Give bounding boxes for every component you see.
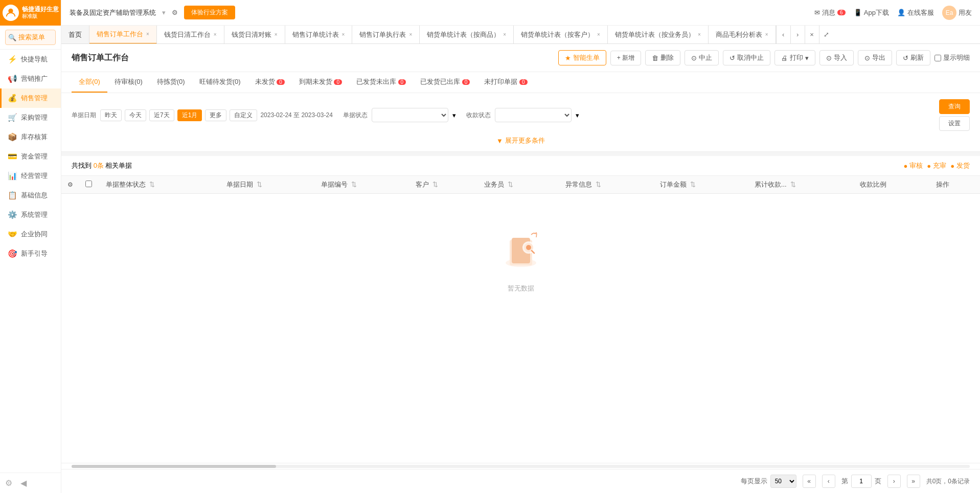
tab-sales-stats[interactable]: 销售订单统计表 × (285, 26, 353, 44)
message-icon: ✉ (814, 9, 820, 16)
tab-summary-customer-close[interactable]: × (597, 32, 600, 37)
staff-sort-icon[interactable]: ⇅ (508, 181, 513, 188)
query-button[interactable]: 查询 (939, 99, 970, 114)
subtab-pending-review[interactable]: 待审核(0) (107, 72, 150, 93)
select-all-checkbox[interactable] (85, 181, 92, 187)
per-page-select[interactable]: 10 20 50 100 (770, 475, 796, 488)
tab-summary-product[interactable]: 销货单统计表（按商品） × (420, 26, 514, 44)
first-page-btn[interactable]: « (803, 475, 816, 488)
sidebar-item-quick-nav[interactable]: ⚡ 快捷导航 (0, 50, 61, 69)
tab-scroll-prev[interactable]: ‹ (776, 26, 790, 44)
date-last1month-btn[interactable]: 近1月 (177, 109, 202, 121)
horizontal-scrollbar[interactable] (61, 463, 980, 469)
tab-sales-exec-close[interactable]: × (409, 32, 412, 37)
sidebar-item-sales[interactable]: 💰 销售管理 (0, 88, 61, 108)
tab-cash-daily-close[interactable]: × (214, 32, 217, 37)
received-sort-icon[interactable]: ⇅ (790, 181, 796, 188)
basic-info-icon: 📋 (8, 191, 17, 200)
subtab-wangpu[interactable]: 旺铺待发货(0) (192, 72, 248, 93)
delete-button[interactable]: 🗑 删除 (645, 50, 680, 65)
show-detail-label[interactable]: 显示明细 (935, 53, 970, 62)
tab-home[interactable]: 首页 (61, 26, 89, 44)
payment-filter-select[interactable] (495, 108, 572, 122)
status-sort-icon[interactable]: ⇅ (149, 181, 155, 188)
subtab-all[interactable]: 全部(0) (72, 72, 107, 93)
tab-cash-reconcile[interactable]: 钱货日清对账 × (224, 26, 285, 44)
subtab-overdue-not-shipped[interactable]: 到期未发货 0 (292, 72, 349, 93)
tab-summary-customer[interactable]: 销货单统计表（按客户） × (514, 26, 608, 44)
sidebar-settings-icon[interactable]: ⚙ (5, 478, 12, 488)
sidebar-item-enterprise[interactable]: 🤝 企业协同 (0, 225, 61, 244)
date-last7-btn[interactable]: 近7天 (149, 109, 174, 121)
sidebar-collapse-icon[interactable]: ◀ (20, 478, 27, 488)
sidebar-item-system[interactable]: ⚙️ 系统管理 (0, 205, 61, 225)
sidebar-item-basic-info[interactable]: 📋 基础信息 (0, 186, 61, 205)
stop-button[interactable]: ⊙ 中止 (685, 50, 719, 65)
tab-scroll-next[interactable]: › (790, 26, 805, 44)
export-button[interactable]: ⊙ 导出 (858, 50, 892, 65)
ship-action-btn[interactable]: ● 发货 (950, 161, 970, 170)
tab-cash-daily[interactable]: 钱货日清工作台 × (157, 26, 224, 44)
sidebar-item-finance[interactable]: 💳 资金管理 (0, 147, 61, 166)
sidebar-item-marketing[interactable]: 📢 营销推广 (0, 69, 61, 88)
quick-nav-icon: ⚡ (8, 55, 17, 64)
tab-margin-analysis-close[interactable]: × (765, 32, 768, 37)
refresh-button[interactable]: ↺ 刷新 (896, 50, 930, 65)
tab-sales-exec[interactable]: 销售订单执行表 × (352, 26, 420, 44)
date-yesterday-btn[interactable]: 昨天 (100, 109, 122, 121)
tab-summary-staff-close[interactable]: × (698, 32, 701, 37)
subtab-shipped-not-out[interactable]: 已发货未出库 0 (349, 72, 413, 93)
gear-icon[interactable]: ⚙ (172, 9, 178, 16)
tab-close-all-button[interactable]: × (805, 26, 819, 44)
customer-sort-icon[interactable]: ⇅ (432, 181, 438, 188)
message-action[interactable]: ✉ 消息 6 (814, 8, 846, 17)
import-button[interactable]: ⊙ 导入 (819, 50, 854, 65)
dropdown-arrow-icon[interactable]: ▾ (162, 9, 166, 16)
user-action[interactable]: Ea 用友 (942, 6, 972, 20)
unreviewed-action-btn[interactable]: ● 充审 (927, 161, 946, 170)
expand-conditions-button[interactable]: ▼ 展开更多条件 (496, 136, 545, 145)
subtab-pending-pickup[interactable]: 待拣货(0) (150, 72, 192, 93)
date-more-btn[interactable]: 更多 (205, 109, 226, 121)
sidebar-item-inventory[interactable]: 📦 库存核算 (0, 127, 61, 147)
tab-sales-workbench[interactable]: 销售订单工作台 × (89, 26, 157, 44)
tab-sales-workbench-close[interactable]: × (146, 31, 149, 37)
industry-solution-button[interactable]: 体验行业方案 (184, 6, 235, 19)
tab-margin-analysis[interactable]: 商品毛利分析表 × (709, 26, 776, 44)
subtab-not-shipped[interactable]: 未发货 0 (248, 72, 292, 93)
tab-expand-button[interactable]: ⤢ (819, 26, 833, 44)
abnormal-sort-icon[interactable]: ⇅ (596, 181, 601, 188)
online-service-action[interactable]: 👤 在线客服 (897, 8, 934, 17)
next-page-btn[interactable]: › (887, 475, 901, 488)
smart-generate-button[interactable]: ★ 智能生单 (558, 50, 606, 65)
tab-summary-product-close[interactable]: × (503, 32, 506, 37)
sidebar-item-operations[interactable]: 📊 经营管理 (0, 166, 61, 186)
scrollbar-thumb[interactable] (72, 465, 276, 468)
show-detail-checkbox[interactable] (935, 55, 941, 61)
date-sort-icon[interactable]: ⇅ (257, 181, 262, 188)
prev-page-btn[interactable]: ‹ (822, 475, 835, 488)
review-action-btn[interactable]: ● 审核 (903, 161, 923, 170)
sidebar-item-purchase[interactable]: 🛒 采购管理 (0, 108, 61, 127)
subtab-not-printed[interactable]: 未打印单据 0 (477, 72, 534, 93)
subtab-shipped-out[interactable]: 已发货已出库 0 (413, 72, 477, 93)
last-page-btn[interactable]: » (907, 475, 920, 488)
print-button[interactable]: 🖨 打印 ▾ (774, 50, 815, 65)
number-sort-icon[interactable]: ⇅ (351, 181, 357, 188)
page-input[interactable] (851, 475, 872, 488)
tab-cash-reconcile-close[interactable]: × (275, 32, 278, 37)
cancel-stop-button[interactable]: ↺ 取消中止 (723, 50, 770, 65)
settings-button[interactable]: 设置 (939, 116, 970, 131)
date-today-btn[interactable]: 今天 (125, 109, 146, 121)
date-custom-btn[interactable]: 自定义 (230, 109, 257, 121)
search-menu-button[interactable]: 🔍 搜索菜单 (5, 30, 56, 45)
tab-summary-staff[interactable]: 销货单统计表（按业务员） × (608, 26, 709, 44)
sidebar-item-guide[interactable]: 🎯 新手引导 (0, 244, 61, 263)
table-area: 共找到 0条 相关单据 ● 审核 ● 充审 ● 发货 (61, 156, 980, 463)
add-button[interactable]: + 新增 (610, 51, 641, 65)
amount-sort-icon[interactable]: ⇅ (690, 181, 696, 188)
status-filter-select[interactable] (372, 108, 448, 122)
date-filter-label: 单据日期 (72, 111, 96, 120)
tab-sales-stats-close[interactable]: × (342, 32, 345, 37)
app-download-action[interactable]: 📱 App下载 (854, 8, 889, 17)
